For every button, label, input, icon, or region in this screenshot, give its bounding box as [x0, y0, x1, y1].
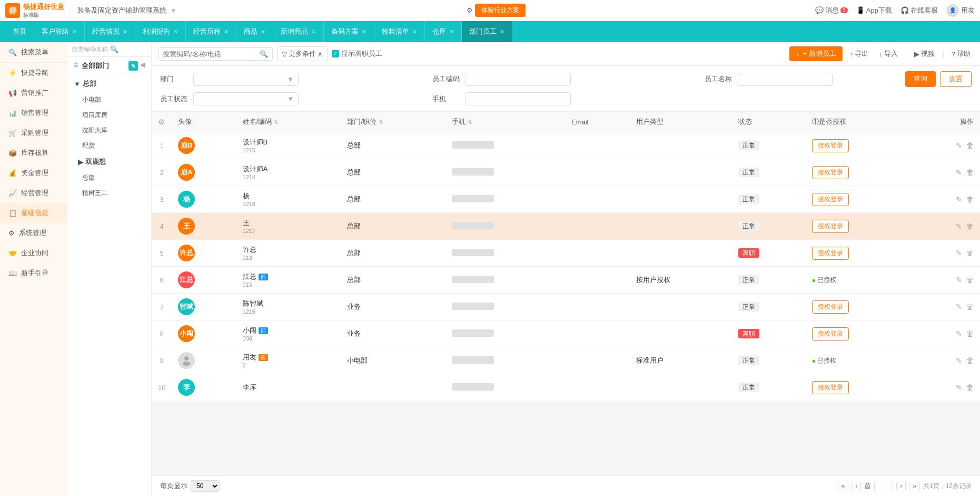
nav-item-staff[interactable]: 部门员工 ✕ [462, 21, 512, 42]
sidebar-item-finance[interactable]: 💰 资金管理 [0, 163, 67, 183]
nav-item-bom[interactable]: 物料清单 ✕ [374, 21, 425, 42]
dept-sub-item-project[interactable]: 项目库房 [67, 108, 151, 123]
dept-sub-item-electronics[interactable]: 小电部 [67, 92, 151, 108]
edit-icon[interactable]: ✎ [956, 249, 962, 257]
close-icon[interactable]: ✕ [449, 28, 454, 35]
dept-search-icon[interactable]: 🔍 [110, 45, 118, 53]
service-button[interactable]: 🎧 在线客服 [900, 6, 938, 15]
sidebar-item-marketing[interactable]: 📢 营销推广 [0, 83, 67, 103]
sidebar-item-quick-nav[interactable]: ⚡ 快捷导航 [0, 63, 67, 83]
export-button[interactable]: ↑ 导出 [847, 47, 872, 61]
edit-icon[interactable]: ✎ [956, 141, 962, 150]
page-size-select[interactable]: 50 100 [191, 480, 220, 492]
dept-sub-item-distribution[interactable]: 配货 [67, 138, 151, 153]
edit-icon[interactable]: ✎ [956, 383, 962, 392]
sidebar-item-inventory[interactable]: 📦 库存核算 [0, 143, 67, 163]
auth-login-button[interactable]: 授权登录 [812, 247, 849, 260]
delete-icon[interactable]: 🗑 [966, 329, 974, 338]
filter-phone-input[interactable] [466, 92, 571, 105]
close-icon[interactable]: ✕ [72, 28, 77, 35]
close-icon[interactable]: ✕ [311, 28, 316, 35]
delete-icon[interactable]: 🗑 [966, 168, 974, 177]
nav-item-home[interactable]: 首页 [5, 21, 34, 42]
close-icon[interactable]: ✕ [362, 28, 367, 35]
delete-icon[interactable]: 🗑 [966, 276, 974, 284]
auth-login-button[interactable]: 授权登录 [812, 300, 849, 314]
edit-icon[interactable]: ✎ [956, 356, 962, 365]
dept-sub-item-hq[interactable]: 总部 [67, 170, 151, 186]
edit-icon[interactable]: ✎ [956, 276, 962, 284]
filter-empname-input[interactable] [738, 73, 833, 86]
nav-item-history[interactable]: 经营历程 ✕ [186, 21, 236, 42]
auth-login-button[interactable]: 授权登录 [812, 220, 849, 233]
dept-group-general[interactable]: ▼ 总部 [67, 75, 151, 92]
delete-icon[interactable]: 🗑 [966, 222, 974, 230]
sidebar-item-guide[interactable]: 📖 新手引导 [0, 263, 67, 283]
add-employee-button[interactable]: + + 新增员工 [789, 46, 843, 61]
delete-icon[interactable]: 🗑 [966, 195, 974, 203]
edit-icon[interactable]: ✎ [956, 195, 962, 203]
nav-item-barcode[interactable]: 条码方案 ✕ [324, 21, 374, 42]
sort-dept-icon[interactable]: ⇅ [379, 119, 383, 125]
delete-icon[interactable]: 🗑 [966, 383, 974, 392]
edit-icon[interactable]: ✎ [956, 303, 962, 311]
nav-item-customer[interactable]: 客户联络 ✕ [34, 21, 85, 42]
dept-sub-item-shenyang[interactable]: 沈阳大库 [67, 123, 151, 138]
sidebar-item-management[interactable]: 📈 经营管理 [0, 183, 67, 203]
delete-icon[interactable]: 🗑 [966, 356, 974, 365]
prev-page-button[interactable]: ‹ [852, 481, 861, 491]
delete-icon[interactable]: 🗑 [966, 249, 974, 257]
nav-item-business[interactable]: 经营情况 ✕ [85, 21, 135, 42]
auth-login-button[interactable]: 授权登录 [812, 327, 849, 341]
page-input[interactable]: 1 [874, 481, 893, 491]
auth-login-button[interactable]: 授权登录 [812, 193, 849, 206]
video-button[interactable]: ▶ 视频 [911, 47, 938, 61]
edit-icon[interactable]: ✎ [956, 222, 962, 230]
sidebar-item-purchase[interactable]: 🛒 采购管理 [0, 123, 67, 143]
dept-edit-icon[interactable]: ✎ [128, 61, 138, 71]
nav-item-goods[interactable]: 商品 ✕ [236, 21, 273, 42]
sidebar-item-collab[interactable]: 🤝 企业协同 [0, 243, 67, 263]
search-input[interactable] [163, 50, 258, 58]
settings-gear-icon[interactable]: ⚙ [467, 6, 473, 14]
user-area[interactable]: 👤 用友 [946, 4, 975, 17]
show-former-checkbox[interactable]: ✓ 显示离职员工 [332, 49, 382, 59]
close-icon[interactable]: ✕ [173, 28, 178, 35]
sidebar-item-sales[interactable]: 📊 销售管理 [0, 103, 67, 123]
nav-item-warehouse[interactable]: 仓库 ✕ [425, 21, 462, 42]
more-filter-button[interactable]: ▽ 更多条件 ∧ [277, 46, 328, 61]
search-submit-icon[interactable]: 🔍 [260, 50, 268, 58]
dept-group-dual[interactable]: ▶ 双鹿想 [67, 153, 151, 170]
help-button[interactable]: ? 帮助 [948, 47, 974, 61]
query-button[interactable]: 查询 [905, 71, 936, 87]
dept-collapse-icon[interactable]: ◀ [140, 61, 145, 71]
filter-empcode-input[interactable] [466, 73, 571, 86]
next-page-button[interactable]: › [896, 481, 906, 491]
close-icon[interactable]: ✕ [500, 28, 504, 35]
app-download-button[interactable]: 📱 App下载 [856, 6, 892, 15]
auth-login-button[interactable]: 授权登录 [812, 381, 849, 394]
sidebar-item-search[interactable]: 🔍 搜索菜单 [0, 42, 67, 63]
nav-item-profit[interactable]: 利润报告 ✕ [135, 21, 186, 42]
close-icon[interactable]: ✕ [224, 28, 229, 35]
settings-col-icon[interactable]: ⚙ [158, 118, 165, 126]
message-button[interactable]: 💬 消息 5 [815, 6, 848, 15]
edit-icon[interactable]: ✎ [956, 329, 962, 338]
auth-login-button[interactable]: 授权登录 [812, 166, 849, 179]
auth-login-button[interactable]: 授权登录 [812, 139, 849, 152]
close-icon[interactable]: ✕ [123, 28, 127, 35]
delete-icon[interactable]: 🗑 [966, 303, 974, 311]
close-icon[interactable]: ✕ [412, 28, 417, 35]
dept-sub-item-tree-king[interactable]: 植树王二 [67, 186, 151, 201]
dropdown-arrow[interactable]: ▼ [171, 7, 176, 14]
edit-icon[interactable]: ✎ [956, 168, 962, 177]
delete-icon[interactable]: 🗑 [966, 141, 974, 150]
close-icon[interactable]: ✕ [261, 28, 265, 35]
nav-item-add-goods[interactable]: 新增商品 ✕ [273, 21, 324, 42]
import-button[interactable]: ↓ 导入 [876, 47, 901, 61]
sidebar-item-basic-info[interactable]: 📋 基础信息 [0, 203, 67, 223]
first-page-button[interactable]: « [838, 481, 849, 491]
reset-button[interactable]: 设置 [940, 71, 972, 87]
last-page-button[interactable]: » [909, 481, 920, 491]
sidebar-item-system[interactable]: ⚙ 系统管理 [0, 223, 67, 243]
